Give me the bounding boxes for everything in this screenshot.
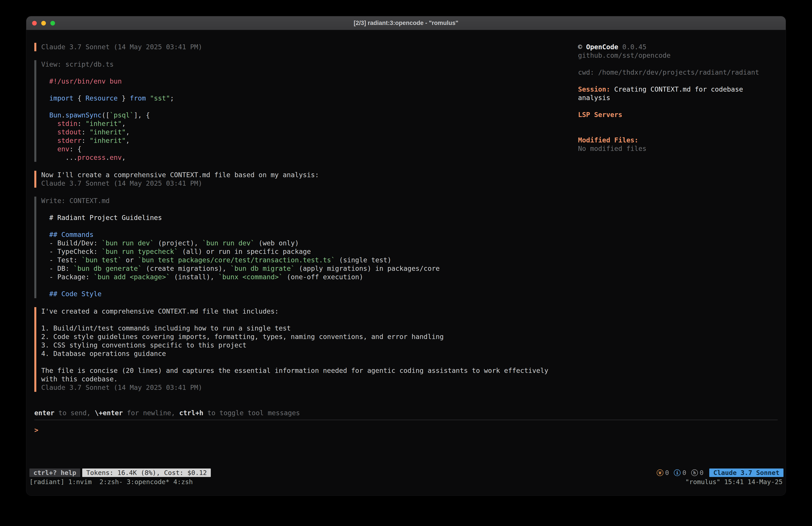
- diagnostic-hints: h 0: [691, 469, 704, 477]
- markdown-block: # Radiant Project Guidelines ## Commands…: [41, 214, 571, 298]
- modified-files-heading: Modified Files:: [578, 136, 781, 144]
- blank-line: [578, 102, 781, 111]
- message-meta: Claude 3.7 Sonnet (14 May 2025 03:41 PM): [41, 383, 571, 392]
- message-line: The file is concise (20 lines) and captu…: [41, 366, 571, 375]
- warning-count: 0: [665, 469, 669, 477]
- message-line: 4. Database operations guidance: [41, 350, 571, 358]
- blank-line: [41, 281, 571, 290]
- minimize-button[interactable]: [41, 21, 46, 25]
- blank-line: [578, 60, 781, 68]
- sidebar: © OpenCode 0.0.45 github.com/sst/opencod…: [578, 43, 781, 153]
- tool-message-view-file: View: script/db.ts #!/usr/bin/env bun im…: [34, 60, 571, 162]
- info-count: 0: [682, 469, 686, 477]
- modified-files-empty: No modified files: [578, 144, 781, 153]
- assistant-message: Now I'll create a comprehensive CONTEXT.…: [34, 171, 571, 188]
- close-button[interactable]: [32, 21, 37, 25]
- tool-title: View: script/db.ts: [41, 60, 571, 69]
- blank-line: [41, 222, 571, 230]
- message-line: 1. Build/lint/test commands including ho…: [41, 324, 571, 332]
- input-area: enter to send, \+enter for newline, ctrl…: [34, 409, 778, 451]
- blank-line: [41, 358, 571, 366]
- tmux-session-windows: [radiant] 1:nvim 2:zsh- 3:opencode* 4:zs…: [29, 478, 193, 486]
- status-bar: ctrl+? help Tokens: 16.4K (8%), Cost: $0…: [29, 469, 783, 477]
- code-line: Bun.spawnSync([`psql`], {: [41, 111, 571, 119]
- tool-title: Write: CONTEXT.md: [41, 197, 571, 205]
- blank-line: [578, 77, 781, 85]
- repo-link: github.com/sst/opencode: [578, 51, 781, 60]
- traffic-lights: [32, 21, 55, 25]
- markdown-line: - TypeCheck: `bun run typecheck` (all) o…: [41, 247, 571, 256]
- info-icon: i: [674, 469, 681, 476]
- tmux-host-clock: "romulus" 15:41 14-May-25: [685, 478, 783, 486]
- blank-line: [578, 119, 781, 127]
- markdown-line: ## Code Style: [41, 290, 571, 298]
- code-line: stdin: "inherit",: [41, 119, 571, 128]
- message-line: with this codebase.: [41, 375, 571, 383]
- tokens-cost-badge: Tokens: 16.4K (8%), Cost: $0.12: [82, 469, 211, 477]
- diagnostic-warnings: W 0: [657, 469, 669, 477]
- code-line: ...process.env,: [41, 153, 571, 162]
- cwd-path: cwd: /home/thdxr/dev/projects/radiant/ra…: [578, 68, 781, 77]
- terminal-content: Claude 3.7 Sonnet (14 May 2025 03:41 PM)…: [26, 30, 786, 496]
- markdown-line: - Build/Dev: `bun run dev` (project), `b…: [41, 239, 571, 247]
- diagnostic-info: i 0: [674, 469, 686, 477]
- markdown-line: ## Commands: [41, 230, 571, 239]
- session-title-line-2: analysis: [578, 94, 781, 102]
- message-line: I've created a comprehensive CONTEXT.md …: [41, 307, 571, 316]
- code-block: #!/usr/bin/env bun import { Resource } f…: [41, 77, 571, 162]
- code-line: #!/usr/bin/env bun: [41, 77, 571, 86]
- message-text: Now I'll create a comprehensive CONTEXT.…: [41, 171, 571, 179]
- markdown-line: - Test: `bun test` or `bun test packages…: [41, 256, 571, 264]
- markdown-line: - Package: `bun add <package>` (install)…: [41, 273, 571, 281]
- prompt-symbol: >: [34, 426, 38, 434]
- code-line: stderr: "inherit",: [41, 137, 571, 145]
- message-line: 3. CSS styling conventions specific to t…: [41, 341, 571, 350]
- code-line: import { Resource } from "sst";: [41, 94, 571, 102]
- blank-line: [41, 205, 571, 214]
- message-meta: Claude 3.7 Sonnet (14 May 2025 03:41 PM): [41, 43, 571, 51]
- blank-line: [41, 69, 571, 77]
- message-meta: Claude 3.7 Sonnet (14 May 2025 03:41 PM): [41, 179, 571, 188]
- blank-line: [41, 316, 571, 324]
- session-title-line-1: Session: Creating CONTEXT.md for codebas…: [578, 85, 781, 94]
- blank-line: [41, 86, 571, 94]
- diagnostics-counters: W 0 i 0 h 0: [657, 469, 704, 477]
- tmux-status-bar: [radiant] 1:nvim 2:zsh- 3:opencode* 4:zs…: [29, 478, 783, 486]
- markdown-line: - DB: `bun db generate` (create migratio…: [41, 264, 571, 273]
- help-hint-badge: ctrl+? help: [29, 469, 80, 477]
- chat-history: Claude 3.7 Sonnet (14 May 2025 03:41 PM)…: [34, 43, 571, 401]
- markdown-line: # Radiant Project Guidelines: [41, 214, 571, 222]
- tool-message-write-file: Write: CONTEXT.md # Radiant Project Guid…: [34, 197, 571, 298]
- warning-icon: W: [657, 469, 663, 476]
- code-line: stdout: "inherit",: [41, 128, 571, 137]
- message-body: I've created a comprehensive CONTEXT.md …: [41, 307, 571, 383]
- terminal-window: [2/3] radiant:3:opencode - "romulus" Cla…: [26, 16, 786, 496]
- model-badge: Claude 3.7 Sonnet: [709, 469, 783, 477]
- blank-line: [578, 127, 781, 136]
- titlebar: [2/3] radiant:3:opencode - "romulus": [26, 16, 786, 30]
- hint-icon: h: [691, 469, 698, 476]
- keybinding-help: enter to send, \+enter for newline, ctrl…: [34, 409, 778, 417]
- message-input[interactable]: >: [34, 420, 778, 451]
- app-logo: © OpenCode 0.0.45: [578, 43, 781, 51]
- assistant-message-footer: Claude 3.7 Sonnet (14 May 2025 03:41 PM): [34, 43, 571, 51]
- blank-line: [41, 102, 571, 111]
- hint-count: 0: [700, 469, 704, 477]
- message-line: 2. Code style guidelines covering import…: [41, 332, 571, 341]
- lsp-servers-heading: LSP Servers: [578, 111, 781, 119]
- code-line: env: {: [41, 145, 571, 153]
- window-title: [2/3] radiant:3:opencode - "romulus": [354, 19, 458, 27]
- assistant-message-summary: I've created a comprehensive CONTEXT.md …: [34, 307, 571, 392]
- zoom-button[interactable]: [50, 21, 55, 25]
